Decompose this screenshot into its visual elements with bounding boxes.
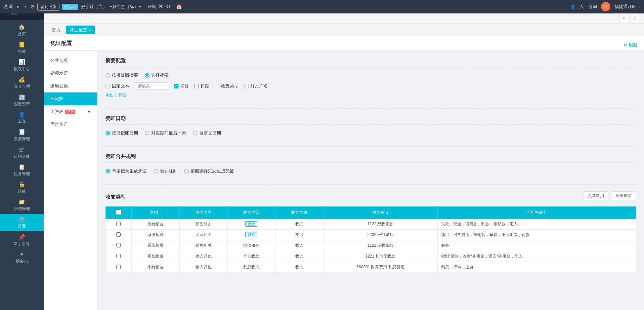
row-category-1: 系统预置 xyxy=(131,230,179,240)
sidebar-item-member[interactable]: ♦畅会员 xyxy=(0,249,44,266)
update-data-button[interactable]: 更新数据 xyxy=(584,191,608,200)
radio-journal-date[interactable]: 按日记账日期 xyxy=(105,130,138,136)
fixed-text-label: 固定文本 xyxy=(112,83,129,89)
row-big-type-4: 收入其他 xyxy=(179,262,227,273)
batch-delete-button[interactable]: 批量删除 xyxy=(611,191,636,200)
new-badge-salary-table: NEW xyxy=(65,110,75,114)
row-type-1: 付款 xyxy=(227,230,275,240)
tab-voucher-config[interactable]: 凭证配置× xyxy=(66,26,95,34)
row-checkbox-4[interactable] xyxy=(106,262,132,273)
checkbox-date-label: 日期 xyxy=(201,83,209,89)
sidebar-item-ledger[interactable]: 📒总账 xyxy=(0,39,44,56)
sidebar-item-closing[interactable]: 🔒结账 xyxy=(0,179,44,196)
row-keywords-0: 欠款，现金，项目款，到款，报销款，汇入，... xyxy=(437,219,636,230)
old-version-button[interactable]: 切到旧版 xyxy=(37,3,59,11)
sidebar-item-settings[interactable]: ⚙️设置 xyxy=(0,214,44,231)
row-direction-1: 支出 xyxy=(275,230,324,240)
close-window-button[interactable]: × xyxy=(619,15,629,22)
tag-btn-0[interactable]: 收款 xyxy=(245,221,257,227)
arrow-salary-table: ▾ xyxy=(88,109,90,114)
plus-icon[interactable]: ＋ xyxy=(23,4,28,10)
radio-select-total[interactable]: 按照选择汇总生成凭证 xyxy=(184,168,234,174)
left-menu-sales-invoice[interactable]: 销项发票 xyxy=(44,67,97,80)
window-controls: × □ xyxy=(44,13,644,24)
radio-custom-date[interactable]: 自定义日期 xyxy=(193,130,221,136)
sidebar-label-asset: 固定资产 xyxy=(14,101,30,107)
left-menu-daily-account[interactable]: 日记账 xyxy=(44,92,97,105)
asset-icon: 🏢 xyxy=(18,94,25,100)
row-direction-2: 收入 xyxy=(275,240,324,251)
guide-icon: 📌 xyxy=(18,234,25,240)
sidebar-item-salary[interactable]: 👤工资 xyxy=(0,109,44,126)
menu-label-public: 公共选项 xyxy=(50,57,68,64)
tag-btn-1[interactable]: 付款 xyxy=(245,232,257,237)
sidebar-item-asset[interactable]: 🏢固定资产 xyxy=(0,91,44,109)
fixed-text-input[interactable] xyxy=(135,82,168,90)
checkbox-date-item[interactable]: 日期 xyxy=(194,83,209,89)
sidebar-nav: 🏠首页📒总账📊报表中心💰资金管理🏢固定资产👤工资🧾发票管理🛒进销台账📋税务管理🔒… xyxy=(0,20,44,310)
row-checkbox-0[interactable] xyxy=(106,219,132,230)
refresh-icon: ↻ xyxy=(624,43,627,48)
sidebar-label-home: 首页 xyxy=(18,31,26,37)
row-subject-2: 1122 应收账款 xyxy=(324,240,437,251)
gear-icon[interactable]: ⚙ xyxy=(30,4,35,9)
table-actions: 更新数据 批量删除 xyxy=(584,191,636,200)
col-checkbox[interactable] xyxy=(106,207,132,219)
income-expense-section: 收支类型 更新数据 批量删除 类别 ↓ 收支大类 收支类型 xyxy=(105,191,636,273)
sidebar-item-tax[interactable]: 📋税务管理 xyxy=(0,161,44,179)
tab-close-voucher-config[interactable]: × xyxy=(89,28,91,32)
sidebar-item-home[interactable]: 🏠首页 xyxy=(0,22,44,39)
example-value: 摘要 xyxy=(119,93,127,98)
row-checkbox-3[interactable] xyxy=(106,251,132,262)
row-checkbox-1[interactable] xyxy=(106,230,132,240)
user-name: 畅捷通旺旺... xyxy=(614,4,640,10)
row-keywords-2: 服务 xyxy=(437,240,636,251)
fixed-text-item[interactable]: 固定文本 xyxy=(105,83,129,89)
sidebar-item-guide[interactable]: 📌新手引导 xyxy=(0,231,44,249)
row-checkbox-2[interactable] xyxy=(106,240,132,251)
radio-period-last[interactable]: 对应期间最后一天 xyxy=(145,130,186,136)
radio-circle-single xyxy=(105,169,110,173)
tab-home[interactable]: 首页 xyxy=(48,26,65,34)
left-menu: 公共选项销项发票进项发票日记账工资表NEW▾固定资产 xyxy=(44,51,97,310)
summary-radio-select[interactable]: 选择摘要 xyxy=(145,72,169,78)
sidebar-item-invoice[interactable]: 🧾发票管理 xyxy=(0,126,44,144)
summary-radio-template[interactable]: 按模板版摘要 xyxy=(105,72,138,78)
sidebar-label-report: 报表中心 xyxy=(14,66,30,72)
table-row: 系统预置 收入其他 个人收款 收入 1221 其他应收款 收到*借款，收到*备用… xyxy=(106,251,636,262)
checkbox-type-item[interactable]: 收支类型 xyxy=(215,83,239,89)
sidebar-item-archive[interactable]: 📁归档管理 xyxy=(0,196,44,214)
arrow-down-icon[interactable]: ▼ xyxy=(15,4,20,9)
left-menu-purchase-invoice[interactable]: 进项发票 xyxy=(44,80,97,92)
fund-icon: 💰 xyxy=(18,76,25,83)
refresh-button[interactable]: ↻ 刷新 xyxy=(624,42,637,48)
row-keywords-3: 收到*借款，收到*备用金，退回*备用金，个人 xyxy=(437,251,636,262)
left-menu-salary-table[interactable]: 工资表NEW▾ xyxy=(44,105,97,118)
test-label: 测试 xyxy=(4,4,13,10)
consult-icon: 👤 xyxy=(570,4,575,9)
checkbox-summary-item[interactable]: 摘要 xyxy=(174,83,189,89)
right-content: 摘要配置 按模板版摘要 选择摘要 xyxy=(97,51,644,310)
page-title: 凭证配置 xyxy=(50,40,72,50)
content-area: 公共选项销项发票进项发票日记账工资表NEW▾固定资产 摘要配置 按模板版摘要 选… xyxy=(44,51,644,310)
sidebar-item-purchase[interactable]: 🛒进销台账 xyxy=(0,144,44,161)
summary-checkbox-row: 固定文本 摘要 日期 收支类型 xyxy=(105,82,636,90)
left-menu-fixed-assets[interactable]: 固定资产 xyxy=(44,118,97,131)
checkbox-counterpart-item[interactable]: 对方户名 xyxy=(244,83,268,89)
select-all-checkbox[interactable] xyxy=(116,209,121,215)
row-subject-4: 660301 财务费用 利息费用 xyxy=(324,262,437,273)
row-big-type-1: 采购相关 xyxy=(179,230,227,240)
archive-icon: 📁 xyxy=(18,199,25,205)
summary-config-title: 摘要配置 xyxy=(105,57,636,67)
left-menu-public[interactable]: 公共选项 xyxy=(44,54,97,67)
sidebar-item-fund[interactable]: 💰资金管理 xyxy=(0,74,44,91)
radio-single[interactable]: 单条记录生成凭证 xyxy=(105,168,147,174)
expand-window-button[interactable]: □ xyxy=(630,15,640,22)
consult-label[interactable]: 人工咨询 xyxy=(579,4,597,10)
merge-label: 合并规则 xyxy=(160,168,177,174)
radio-merge[interactable]: 合并规则 xyxy=(154,168,177,174)
row-type-0: 收款 xyxy=(227,219,275,230)
calendar-icon[interactable]: 📅 xyxy=(176,4,182,9)
sidebar-item-report[interactable]: 📊报表中心 xyxy=(0,56,44,74)
voucher-merge-radio-group: 单条记录生成凭证 合并规则 按照选择汇总生成凭证 xyxy=(105,168,636,174)
